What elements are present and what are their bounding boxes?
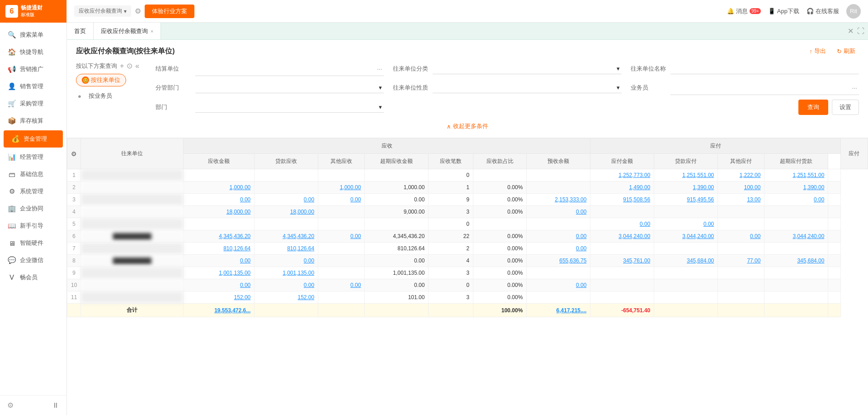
cell-6-10[interactable]: [654, 243, 718, 255]
cell-2-11[interactable]: 13.00: [718, 194, 764, 206]
unit-name-input[interactable]: [670, 63, 859, 74]
unit-category-select[interactable]: ▾: [433, 63, 621, 74]
sidebar-item-operations[interactable]: 📊 经营管理: [0, 148, 66, 166]
cell-10-2[interactable]: 152.00: [184, 291, 255, 304]
cell-4-8[interactable]: [527, 218, 590, 230]
cell-6-11[interactable]: [718, 243, 764, 255]
sidebar-item-marketing[interactable]: 📢 营销推广: [0, 61, 66, 78]
sidebar-item-sales[interactable]: 👤 销售管理: [0, 78, 66, 95]
window-close-icon[interactable]: ✕: [848, 27, 854, 35]
cell-2-9[interactable]: 915,508.56: [590, 194, 654, 206]
supervise-dept-select[interactable]: ▾: [195, 82, 384, 93]
cell-10-8[interactable]: [527, 291, 590, 304]
cell-0-3[interactable]: [255, 169, 318, 181]
cell-3-4[interactable]: [318, 206, 365, 218]
cell-8-9[interactable]: [590, 267, 654, 279]
cell-4-10[interactable]: 0.00: [654, 218, 718, 230]
cell-6-8[interactable]: 0.00: [527, 243, 590, 255]
cell-10-11[interactable]: [718, 291, 764, 304]
cell-7-3[interactable]: 0.00: [255, 255, 318, 267]
cell-10-10[interactable]: [654, 291, 718, 304]
cell-8-8[interactable]: [527, 267, 590, 279]
cell-1-3[interactable]: [255, 181, 318, 194]
cell-9-11[interactable]: [718, 279, 764, 291]
cell-10-4[interactable]: [318, 291, 365, 304]
sidebar-item-system[interactable]: ⚙ 系统管理: [0, 183, 66, 200]
dept-select[interactable]: ▾: [195, 102, 384, 113]
sidebar-item-capital[interactable]: 💰 资金管理: [4, 130, 63, 148]
tab-ar-balance[interactable]: 应收应付余额查询 ×: [94, 23, 161, 39]
cell-9-8[interactable]: 0.00: [527, 279, 590, 291]
sidebar-item-member[interactable]: Ⅴ 畅会员: [0, 269, 66, 286]
cell-2-4[interactable]: 0.00: [318, 194, 365, 206]
cell-6-2[interactable]: 810,126.64: [184, 243, 255, 255]
cell-9-4[interactable]: 0.00: [318, 279, 365, 291]
cell-5-9[interactable]: 3,044,240.00: [590, 230, 654, 243]
cell-3-12[interactable]: [764, 206, 828, 218]
cell-9-9[interactable]: [590, 279, 654, 291]
cell-8-10[interactable]: [654, 267, 718, 279]
cell-0-4[interactable]: [318, 169, 365, 181]
cell-4-11[interactable]: [718, 218, 764, 230]
window-maximize-icon[interactable]: ⛶: [857, 27, 864, 35]
cell-5-10[interactable]: 3,044,240.00: [654, 230, 718, 243]
cell-1-9[interactable]: 1,490.00: [590, 181, 654, 194]
cell-6-4[interactable]: [318, 243, 365, 255]
sidebar-item-enterprise[interactable]: 🏢 企业协同: [0, 200, 66, 217]
cell-7-9[interactable]: 345,761.00: [590, 255, 654, 267]
cell-10-12[interactable]: [764, 291, 828, 304]
cell-9-2[interactable]: 0.00: [184, 279, 255, 291]
cell-4-3[interactable]: [255, 218, 318, 230]
settings-btn[interactable]: 设置: [832, 100, 859, 115]
tab-home[interactable]: 首页: [67, 23, 94, 39]
scheme-collapse-icon[interactable]: «: [135, 62, 139, 70]
query-btn[interactable]: 查询: [798, 100, 828, 115]
cell-8-11[interactable]: [718, 267, 764, 279]
cell-2-8[interactable]: 2,153,333.00: [527, 194, 590, 206]
cell-1-2[interactable]: 1,000.00: [184, 181, 255, 194]
tab-close-icon[interactable]: ×: [151, 29, 153, 34]
sidebar-item-inventory[interactable]: 📦 库存核算: [0, 112, 66, 129]
cell-5-4[interactable]: 0.00: [318, 230, 365, 243]
cell-6-3[interactable]: 810,126.64: [255, 243, 318, 255]
cell-3-10[interactable]: [654, 206, 718, 218]
sidebar-item-quicknav[interactable]: 🏠 快捷导航: [0, 43, 66, 61]
cell-7-8[interactable]: 655,636.75: [527, 255, 590, 267]
scheme-settings-icon[interactable]: ⊙: [127, 62, 132, 70]
cell-6-9[interactable]: [590, 243, 654, 255]
sidebar-item-wechat[interactable]: 💬 企业微信: [0, 252, 66, 269]
sidebar-item-guide[interactable]: 📖 新手引导: [0, 217, 66, 234]
cell-7-10[interactable]: 345,684.00: [654, 255, 718, 267]
cell-0-9[interactable]: 1,252,773.00: [590, 169, 654, 181]
cell-9-10[interactable]: [654, 279, 718, 291]
cell-3-9[interactable]: [590, 206, 654, 218]
cell-4-2[interactable]: [184, 218, 255, 230]
cell-3-11[interactable]: [718, 206, 764, 218]
scheme-by-unit[interactable]: 😊 按往来单位: [76, 74, 126, 86]
cell-2-2[interactable]: 0.00: [184, 194, 255, 206]
service-btn[interactable]: 🎧 在线客服: [807, 7, 839, 15]
cell-5-11[interactable]: 0.00: [718, 230, 764, 243]
cell-6-12[interactable]: [764, 243, 828, 255]
cell-9-3[interactable]: 0.00: [255, 279, 318, 291]
cell-7-4[interactable]: [318, 255, 365, 267]
cell-0-10[interactable]: 1,251,551.00: [654, 169, 718, 181]
sidebar-item-hardware[interactable]: 🖥 智能硬件: [0, 234, 66, 252]
cell-7-11[interactable]: 77.00: [718, 255, 764, 267]
cell-0-11[interactable]: 1,222.00: [718, 169, 764, 181]
topbar-gear-icon[interactable]: ⚙: [135, 7, 141, 15]
cell-5-3[interactable]: 4,345,436.20: [255, 230, 318, 243]
cell-8-12[interactable]: [764, 267, 828, 279]
sidebar-item-purchase[interactable]: 🛒 采购管理: [0, 95, 66, 112]
cell-10-9[interactable]: [590, 291, 654, 304]
add-scheme-btn[interactable]: +: [120, 62, 124, 70]
cell-4-12[interactable]: [764, 218, 828, 230]
cell-8-2[interactable]: 1,001,135.00: [184, 267, 255, 279]
cell-8-3[interactable]: 1,001,135.00: [255, 267, 318, 279]
user-avatar-btn[interactable]: Rit: [846, 4, 861, 19]
cell-5-8[interactable]: 0.00: [527, 230, 590, 243]
cell-0-12[interactable]: 1,251,551.00: [764, 169, 828, 181]
cell-5-2[interactable]: 4,345,436.20: [184, 230, 255, 243]
col-setting-header[interactable]: ⚙: [67, 138, 81, 169]
sidebar-item-basic[interactable]: 🗃 基础信息: [0, 166, 66, 183]
